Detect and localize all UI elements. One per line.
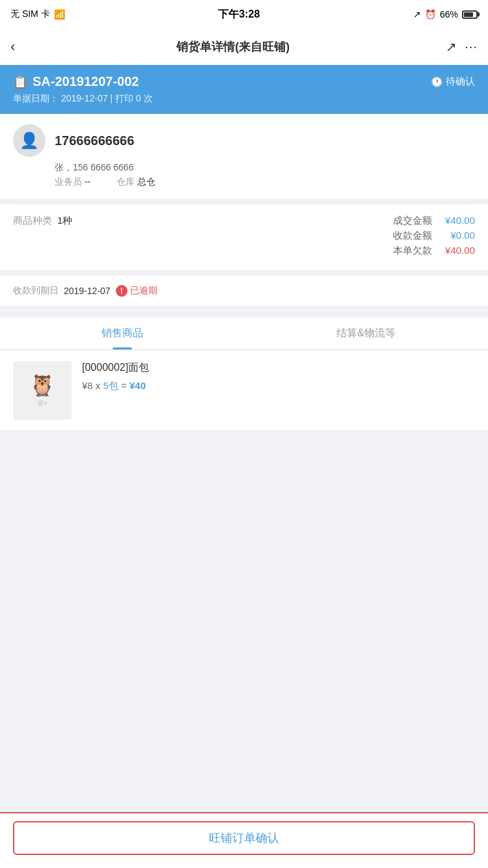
customer-info: 张，156 6666 6666 xyxy=(55,162,475,174)
summary-row-1: 成交金额 ¥40.00 xyxy=(393,215,475,227)
product-total: ¥40 xyxy=(129,380,146,391)
meta-print: 打印 0 次 xyxy=(115,93,153,103)
more-icon[interactable]: ··· xyxy=(465,39,478,54)
customer-row: 👤 17666666666 xyxy=(13,124,475,157)
amount-value-2: ¥0.00 xyxy=(450,230,475,242)
carrier-text: 无 SIM 卡 xyxy=(10,8,50,20)
warehouse-label: 仓库 xyxy=(116,176,135,187)
share-icon[interactable]: ↗ xyxy=(446,39,457,55)
amount-value-1: ¥40.00 xyxy=(445,215,475,227)
tabs: 销售商品 结算&物流等 xyxy=(0,318,488,350)
due-label: 收款到期日 xyxy=(13,285,59,297)
order-header: 📋 SA-20191207-002 🕐 待确认 单据日期： 2019-12-07… xyxy=(0,65,488,114)
brand-text: 管+ xyxy=(37,399,47,408)
order-header-top: 📋 SA-20191207-002 🕐 待确认 xyxy=(13,74,475,89)
product-equals: = xyxy=(118,380,129,391)
bottom-content xyxy=(0,430,488,560)
overdue-icon: ! xyxy=(116,285,128,297)
wifi-icon: 📶 xyxy=(54,9,65,20)
due-section: 收款到期日 2019-12-07 ! 已逾期 xyxy=(0,276,488,306)
order-meta: 单据日期： 2019-12-07 | 打印 0 次 xyxy=(13,93,475,105)
product-section: 🦉 管+ [0000002]面包 ¥8 x 5包 = ¥40 xyxy=(0,351,488,430)
page-title: 销货单详情(来自旺铺) xyxy=(20,39,446,55)
status-bar: 无 SIM 卡 📶 下午3:28 ↗ ⏰ 66% xyxy=(0,0,488,29)
sales-rep-attr: 业务员 -- xyxy=(55,176,90,188)
sales-rep-value: -- xyxy=(85,176,90,187)
confirm-button[interactable]: 旺铺订单确认 xyxy=(13,821,475,855)
product-name: [0000002]面包 xyxy=(82,361,475,375)
tab-sales[interactable]: 销售商品 xyxy=(0,318,244,349)
order-id-text: SA-20191207-002 xyxy=(33,74,139,89)
status-bar-left: 无 SIM 卡 📶 xyxy=(10,8,65,20)
amount-label-2: 收款金额 xyxy=(393,230,432,242)
product-type-label: 商品种类 xyxy=(13,215,52,227)
product-item: 🦉 管+ [0000002]面包 ¥8 x 5包 = ¥40 xyxy=(13,361,475,420)
bottom-bar: 旺铺订单确认 xyxy=(0,812,488,868)
customer-attrs: 业务员 -- 仓库 总仓 xyxy=(55,176,475,188)
meta-separator: | xyxy=(110,93,115,103)
status-bar-time: 下午3:28 xyxy=(218,8,260,21)
overdue-badge: ! 已逾期 xyxy=(116,285,157,297)
alarm-icon: ⏰ xyxy=(425,9,436,20)
status-text: 待确认 xyxy=(446,75,475,88)
sales-rep-label: 业务员 xyxy=(55,176,82,187)
meta-date-value: 2019-12-07 xyxy=(61,93,108,103)
back-button[interactable]: ‹ xyxy=(5,33,20,61)
product-price: ¥8 x xyxy=(82,380,103,391)
nav-bar: ‹ 销货单详情(来自旺铺) ↗ ··· xyxy=(0,29,488,65)
product-logo: 🦉 管+ xyxy=(29,373,55,408)
amount-label-3: 本单欠款 xyxy=(393,245,432,257)
avatar: 👤 xyxy=(13,124,46,157)
due-date-value: 2019-12-07 xyxy=(64,286,111,296)
nav-actions: ↗ ··· xyxy=(446,39,478,55)
product-qty: 5包 xyxy=(103,380,118,391)
order-icon: 📋 xyxy=(13,75,27,89)
gray-separator xyxy=(0,311,488,318)
order-id: 📋 SA-20191207-002 xyxy=(13,74,139,89)
battery-icon xyxy=(462,10,478,19)
battery-percent: 66% xyxy=(440,9,458,20)
customer-phone: 17666666666 xyxy=(55,133,134,148)
meta-date-label: 单据日期： xyxy=(13,93,59,103)
summary-left: 商品种类 1种 xyxy=(13,215,72,227)
product-thumbnail: 🦉 管+ xyxy=(13,361,72,420)
tab-settlement[interactable]: 结算&物流等 xyxy=(244,318,488,349)
summary-right: 成交金额 ¥40.00 收款金额 ¥0.00 本单欠款 ¥40.00 xyxy=(393,215,475,260)
overdue-text: 已逾期 xyxy=(130,285,157,297)
product-info: [0000002]面包 ¥8 x 5包 = ¥40 xyxy=(82,361,475,392)
status-icon: 🕐 xyxy=(431,76,443,88)
product-price-row: ¥8 x 5包 = ¥40 xyxy=(82,380,475,392)
avatar-icon: 👤 xyxy=(20,131,39,150)
amount-value-3: ¥40.00 xyxy=(445,245,475,257)
amount-label-1: 成交金额 xyxy=(393,215,432,227)
warehouse-attr: 仓库 总仓 xyxy=(116,176,156,188)
product-type-value: 1种 xyxy=(57,215,72,227)
status-bar-right: ↗ ⏰ 66% xyxy=(413,9,478,20)
customer-section: 👤 17666666666 张，156 6666 6666 业务员 -- 仓库 … xyxy=(0,114,488,198)
summary-section: 商品种类 1种 成交金额 ¥40.00 收款金额 ¥0.00 本单欠款 ¥40.… xyxy=(0,204,488,270)
summary-row-2: 收款金额 ¥0.00 xyxy=(393,230,475,242)
warehouse-value: 总仓 xyxy=(137,176,156,187)
location-icon: ↗ xyxy=(413,9,421,20)
order-status: 🕐 待确认 xyxy=(431,75,475,88)
summary-row-3: 本单欠款 ¥40.00 xyxy=(393,245,475,257)
